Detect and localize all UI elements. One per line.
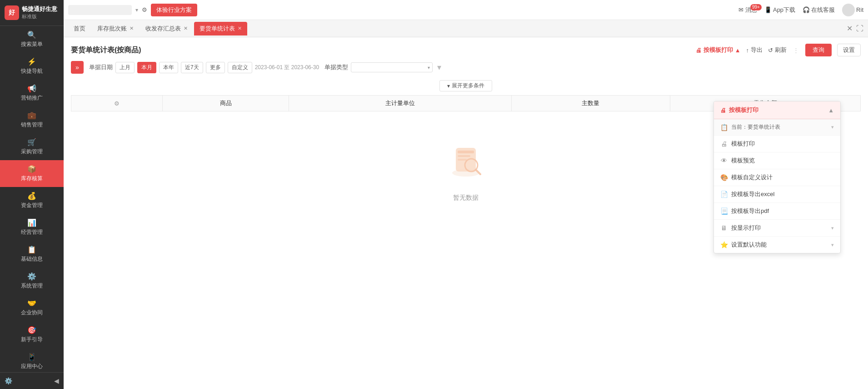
default-func-label: 设置默认功能 [731,241,767,249]
collapse-icon[interactable]: ◀ [54,377,59,384]
tab-order-stats[interactable]: 要货单统计表 ✕ [194,22,247,35]
edition-label: 标准版 [22,13,57,20]
topbar-dropdown-arrow[interactable]: ▾ [135,7,138,13]
sidebar-label-inventory: 库存核算 [21,175,43,182]
messages-badge: 99+ [750,4,762,10]
expand-more-btn[interactable]: ▾ 展开更多条件 [439,80,492,91]
topbar-settings-icon[interactable]: ⚙ [142,6,147,13]
type-dropdown-chevron: ▾ [437,62,441,72]
dropdown-header-title: 按模板打印 [729,106,758,114]
sidebar-item-purchase[interactable]: 🛒 采购管理 [0,133,64,160]
phone-icon: 📱 [764,6,772,13]
settings-footer-icon[interactable]: ⚙️ [5,377,12,384]
online-support-btn[interactable]: 🎧 在线客服 [803,6,835,14]
tab-summary-close[interactable]: ✕ [184,25,188,31]
tab-inventory-batch[interactable]: 库存批次账 ✕ [92,22,139,35]
tab-inventory-batch-close[interactable]: ✕ [130,25,134,31]
tabbar: 首页 库存批次账 ✕ 收发存汇总表 ✕ 要货单统计表 ✕ ✕ ⛶ [64,20,868,37]
date-custom-btn[interactable]: 自定义 [228,62,252,73]
svg-rect-4 [458,159,467,161]
date-this-year-btn[interactable]: 本年 [159,62,178,73]
tab-maximize-btn[interactable]: ⛶ [856,25,863,33]
app-download-btn[interactable]: 📱 App下载 [764,6,795,14]
headset-icon: 🎧 [803,6,810,13]
dropdown-collapse-arrow[interactable]: ▲ [828,107,834,114]
sidebar-item-operation[interactable]: 📊 经营管理 [0,214,64,241]
sidebar-icon-sales: 💼 [27,111,36,120]
sidebar-item-sales[interactable]: 💼 销售管理 [0,106,64,133]
col-unit: 主计量单位 [289,96,512,111]
trial-button[interactable]: 体验行业方案 [151,4,197,16]
tab-home-label: 首页 [74,25,85,33]
sidebar-label-collab: 企业协同 [21,309,43,317]
tab-order-stats-close[interactable]: ✕ [238,25,242,31]
sidebar-item-finance[interactable]: 💰 资金管理 [0,187,64,214]
dropdown-template-preview[interactable]: 👁 模板预览 [714,152,840,169]
date-this-month-btn[interactable]: 本月 [137,62,156,73]
tabbar-actions: ✕ ⛶ [847,24,863,33]
search-input[interactable] [68,5,132,15]
display-print-icon: 🖥 [720,224,728,232]
sidebar-label-marketing: 营销推广 [21,94,43,102]
type-select-wrapper [351,62,433,72]
tab-summary[interactable]: 收发存汇总表 ✕ [140,22,193,35]
col-product: 商品 [163,96,289,111]
sidebar-icon-collab: 🤝 [27,299,36,308]
dropdown-display-print[interactable]: 🖥 按显示打印 ▾ [714,220,840,237]
export-btn[interactable]: ↑ 导出 [746,46,763,54]
template-excel-label: 按模板导出excel [731,190,774,198]
print-dropdown-menu: 🖨 按模板打印 ▲ 📋 当前：要货单统计表 ▾ 🖨 模板打印 👁 模板预览 [713,101,841,253]
col-settings[interactable]: ⚙ [71,96,163,111]
dropdown-template-print[interactable]: 🖨 模板打印 [714,136,840,152]
type-filter-group: 单据类型 ▾ [324,62,441,72]
sidebar-item-system[interactable]: ⚙️ 系统管理 [0,268,64,294]
sidebar-icon-marketing: 📢 [27,84,36,93]
template-preview-label: 模板预览 [731,157,755,165]
sidebar-item-shortcut[interactable]: ⚡ 快捷导航 [0,53,64,80]
refresh-btn[interactable]: ↺ 刷新 [768,46,787,54]
settings-button[interactable]: 设置 [837,44,861,56]
messages-icon: ✉ [738,6,743,13]
export-icon: ↑ [746,47,749,54]
sidebar-item-guide[interactable]: 🎯 新手引导 [0,321,64,348]
sidebar-label-shortcut: 快捷导航 [21,67,43,75]
tab-order-stats-label: 要货单统计表 [200,25,235,33]
sidebar-logo: 好 畅捷通好生意 标准版 [0,0,64,26]
empty-text: 暂无数据 [453,194,479,202]
tab-summary-label: 收发存汇总表 [145,25,181,33]
print-dropdown-btn[interactable]: 🖨 按模板打印 ▲ [696,46,741,54]
query-button[interactable]: 查询 [805,44,832,56]
filter-toggle-btn[interactable]: » [71,61,84,74]
dropdown-default-func[interactable]: ⭐ 设置默认功能 ▾ [714,237,840,253]
current-icon: 📋 [720,124,728,131]
sidebar-item-basic[interactable]: 📋 基础信息 [0,241,64,268]
app-download-label: App下载 [773,6,795,14]
template-print-label: 模板打印 [731,140,755,148]
user-avatar-area[interactable]: Rit [842,4,863,16]
dropdown-template-pdf[interactable]: 📃 按模板导出pdf [714,203,840,220]
date-last-month-btn[interactable]: 上月 [115,62,135,73]
content-area: 要货单统计表(按商品) 🖨 按模板打印 ▲ ↑ 导出 ↺ 刷新 ⋮ 查询 设置 [64,37,868,389]
tab-home[interactable]: 首页 [68,22,91,35]
sidebar-item-appstore[interactable]: 📱 应用中心 [0,348,64,372]
table-settings-icon[interactable]: ⚙ [114,100,120,107]
tab-close-all-btn[interactable]: ✕ [847,24,853,33]
dropdown-template-custom[interactable]: 🎨 模板自定义设计 [714,169,840,186]
date-more-btn[interactable]: 更多 [206,62,225,73]
sidebar-label-search: 搜索菜单 [21,40,43,48]
sidebar-item-inventory[interactable]: 📦 库存核算 [0,160,64,187]
sidebar-icon-system: ⚙️ [27,272,36,281]
sidebar-item-search[interactable]: 🔍 搜索菜单 [0,26,64,53]
type-select[interactable] [351,62,433,72]
dropdown-template-excel[interactable]: 📄 按模板导出excel [714,186,840,203]
dropdown-current-item[interactable]: 📋 当前：要货单统计表 ▾ [714,119,840,136]
date-filter-group: 单据日期 上月 本月 本年 近7天 更多 自定义 2023-06-01 至 20… [89,62,319,73]
sidebar-label-system: 系统管理 [21,282,43,290]
sidebar-icon-shortcut: ⚡ [27,57,36,66]
display-print-arrow: ▾ [831,225,834,231]
sidebar-item-collab[interactable]: 🤝 企业协同 [0,294,64,321]
current-arrow: ▾ [831,124,834,130]
date-last-7days-btn[interactable]: 近7天 [181,62,203,73]
sidebar-item-marketing[interactable]: 📢 营销推广 [0,80,64,106]
messages-btn[interactable]: ✉ 消息 99+ [738,6,757,14]
